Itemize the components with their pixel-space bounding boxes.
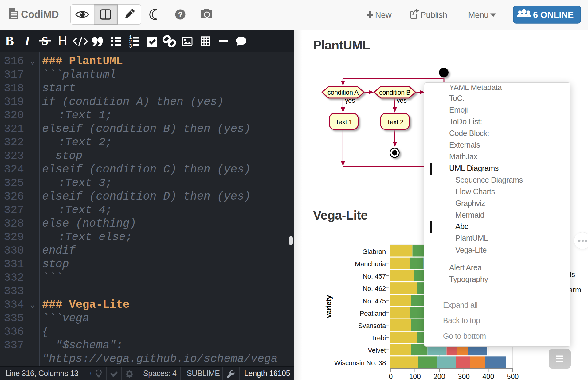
svg-text:Trebi: Trebi [371,334,386,342]
svg-text:200: 200 [433,373,445,380]
svg-text:0: 0 [389,373,393,380]
svg-text:yes: yes [397,97,406,104]
svg-text:Text 1: Text 1 [335,118,352,126]
svg-text:B: B [5,34,14,48]
svg-text:300: 300 [458,373,470,380]
svg-text:Wisconsin No. 38: Wisconsin No. 38 [334,359,386,367]
svg-text:yes: yes [345,97,355,104]
svg-text:100: 100 [409,373,421,380]
svg-text:Velvet: Velvet [368,346,386,354]
svg-text:variety: variety [325,295,333,318]
svg-text:Peatland: Peatland [360,310,386,317]
svg-text:No. 475: No. 475 [363,297,386,305]
svg-text:I: I [25,34,30,48]
svg-text:400: 400 [482,373,494,380]
svg-text:3: 3 [129,43,132,49]
svg-text:?: ? [178,10,183,19]
svg-text:No. 462: No. 462 [363,285,386,292]
svg-text:H: H [58,34,67,48]
svg-text:condition A: condition A [327,89,359,96]
svg-text:Svansota: Svansota [358,322,386,330]
svg-text:Glabron: Glabron [362,248,386,255]
svg-text:condition B: condition B [379,89,410,96]
svg-text:Text 2: Text 2 [387,118,404,126]
svg-text:Manchuria: Manchuria [355,260,386,268]
svg-text:500: 500 [507,373,519,380]
svg-text:No. 457: No. 457 [363,272,386,280]
